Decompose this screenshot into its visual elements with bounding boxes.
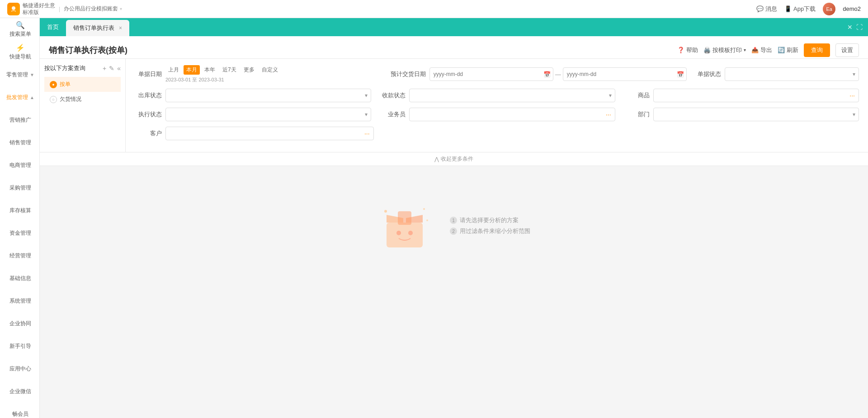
- export-icon: 📤: [751, 47, 759, 53]
- delivery-from-wrap: 📅: [429, 67, 553, 81]
- sidebar-item-finance[interactable]: 资金管理: [0, 222, 39, 244]
- empty-hint-2: 2 用过滤条件来缩小分析范围: [450, 227, 530, 235]
- receipt-status-select-wrap: [409, 89, 615, 102]
- date-pill-custom[interactable]: 自定义: [259, 65, 281, 75]
- svg-point-4: [423, 208, 425, 210]
- scheme-controls: + ✎ «: [103, 65, 121, 72]
- message-button[interactable]: 💬 消息: [756, 5, 777, 13]
- sidebar-item-operations[interactable]: 经营管理: [0, 244, 39, 267]
- status-select[interactable]: [725, 67, 859, 81]
- sidebar-item-wholesale[interactable]: 批发管理 ▲: [0, 86, 39, 109]
- app-download-icon: 📱: [784, 5, 792, 12]
- sidebar: 🔍 搜索菜单 ⚡ 快捷导航 零售管理 ▼ 批发管理 ▲ 营销推广 销售管理 电商…: [0, 18, 40, 418]
- date-pill-this-month[interactable]: 本月: [184, 65, 200, 75]
- dept-field: 部门: [623, 108, 859, 121]
- refresh-link[interactable]: 🔄 刷新: [778, 46, 798, 54]
- salesman-field: 业务员 ···: [378, 108, 615, 121]
- tab-home[interactable]: 首页: [40, 18, 66, 36]
- date-pill-this-year[interactable]: 本年: [202, 65, 218, 75]
- tab-close-icon[interactable]: ×: [119, 25, 122, 31]
- header-left: 畅捷通好生意 标准版 | 办公用品行业模拟账套 ▾: [7, 2, 122, 15]
- sidebar-item-newbie[interactable]: 新手引导: [0, 335, 39, 357]
- scheme-edit-button[interactable]: ✎: [109, 65, 114, 72]
- scheme-title: 按以下方案查询: [44, 64, 85, 72]
- print-dropdown-icon: ▾: [744, 48, 746, 52]
- search-icon: 🔍: [16, 21, 25, 29]
- delivery-from-input[interactable]: [429, 67, 553, 81]
- empty-state: 1 请先选择要分析的方案 2 用过滤条件来缩小分析范围: [40, 166, 868, 288]
- filter-row-3: 执行状态 业务员 ··· 部门: [135, 108, 859, 121]
- scheme-debt-icon: ○: [50, 96, 57, 103]
- sidebar-item-wechat[interactable]: 企业微信: [0, 380, 39, 403]
- scheme-item-press[interactable]: ● 按单: [44, 77, 121, 92]
- date-pill-last-month[interactable]: 上月: [165, 65, 182, 75]
- out-status-field: 出库状态: [135, 89, 371, 102]
- svg-rect-1: [387, 223, 423, 247]
- query-button[interactable]: 查询: [804, 43, 830, 57]
- sidebar-item-corp[interactable]: 企业协同: [0, 312, 39, 335]
- date-range-separator: —: [555, 71, 561, 78]
- delivery-to-input[interactable]: [563, 67, 687, 81]
- dept-select[interactable]: [653, 108, 859, 121]
- template-print-link[interactable]: 🖨️ 按模板打印 ▾: [703, 46, 746, 54]
- customer-picker[interactable]: ···: [165, 127, 374, 140]
- sidebar-item-purchase[interactable]: 采购管理: [0, 176, 39, 199]
- user-avatar[interactable]: Ea: [823, 3, 835, 15]
- hint-2-num: 2: [450, 228, 457, 235]
- sidebar-item-ecommerce[interactable]: 电商管理: [0, 154, 39, 176]
- goods-picker[interactable]: ···: [653, 89, 859, 102]
- out-status-select[interactable]: [165, 89, 371, 102]
- salesman-picker[interactable]: ···: [409, 108, 615, 121]
- tab-bar: 首页 销售订单执行表 × ✕ ⛶: [40, 18, 868, 36]
- page-header: 销售订单执行表(按单) ❓ 帮助 🖨️ 按模板打印 ▾ 📤 导出: [40, 36, 868, 59]
- receipt-status-field: 收款状态: [378, 89, 615, 102]
- retail-collapse-icon: ▼: [30, 72, 34, 77]
- svg-rect-2: [398, 211, 411, 225]
- collapse-bar[interactable]: ⋀ 收起更多条件: [40, 152, 868, 166]
- dept-label: 部门: [623, 110, 650, 119]
- receipt-status-label: 收款状态: [378, 91, 406, 100]
- scheme-press-icon: ●: [50, 81, 57, 88]
- logo-area: 畅捷通好生意 标准版: [7, 2, 55, 15]
- scheme-item-debt[interactable]: ○ 欠货情况: [44, 92, 121, 107]
- sidebar-item-system[interactable]: 系统管理: [0, 290, 39, 312]
- date-pill-7days[interactable]: 近7天: [220, 65, 239, 75]
- window-maximize-button[interactable]: ⛶: [856, 24, 863, 31]
- window-close-button[interactable]: ✕: [847, 24, 853, 31]
- filter-right: 单据日期 上月 本月 本年 近7天 更多 自定义 20: [126, 59, 868, 152]
- app-download-button[interactable]: 📱 App下载: [784, 5, 816, 13]
- out-status-label: 出库状态: [135, 91, 162, 100]
- help-link[interactable]: ❓ 帮助: [677, 46, 698, 54]
- exec-status-select-wrap: [165, 108, 371, 121]
- sidebar-item-quick-nav[interactable]: ⚡ 快捷导航: [0, 41, 39, 63]
- sidebar-item-search[interactable]: 🔍 搜索菜单: [0, 18, 39, 41]
- content-area: 首页 销售订单执行表 × ✕ ⛶ 销售订单执行表(按单) ❓ 帮助: [40, 18, 868, 418]
- sidebar-item-member[interactable]: 畅会员: [0, 403, 39, 418]
- collapse-bar-label: ⋀ 收起更多条件: [434, 155, 473, 163]
- date-field: 单据日期 上月 本月 本年 近7天 更多 自定义 20: [135, 65, 382, 83]
- export-link[interactable]: 📤 导出: [751, 46, 772, 54]
- delivery-date-field: 预计交货日期 📅 — 📅: [390, 67, 687, 81]
- breadcrumb-separator: |: [59, 6, 60, 12]
- sidebar-item-retail[interactable]: 零售管理 ▼: [0, 63, 39, 86]
- sidebar-item-basic[interactable]: 基础信息: [0, 267, 39, 290]
- sidebar-item-inventory[interactable]: 库存核算: [0, 199, 39, 222]
- delivery-to-wrap: 📅: [563, 67, 687, 81]
- filter-left-header: 按以下方案查询 + ✎ «: [44, 64, 121, 72]
- dept-select-wrap: [653, 108, 859, 121]
- sidebar-item-sales[interactable]: 销售管理: [0, 131, 39, 154]
- scheme-collapse-button[interactable]: «: [117, 65, 121, 72]
- user-name[interactable]: demo2: [843, 5, 861, 12]
- main-layout: 🔍 搜索菜单 ⚡ 快捷导航 零售管理 ▼ 批发管理 ▲ 营销推广 销售管理 电商…: [0, 18, 868, 418]
- settings-button[interactable]: 设置: [835, 43, 859, 57]
- receipt-status-select[interactable]: [409, 89, 615, 102]
- date-pill-more[interactable]: 更多: [241, 65, 257, 75]
- exec-status-select[interactable]: [165, 108, 371, 121]
- tab-sales-exec[interactable]: 销售订单执行表 ×: [66, 20, 129, 36]
- help-icon: ❓: [677, 47, 684, 53]
- sidebar-item-apps[interactable]: 应用中心: [0, 357, 39, 380]
- sidebar-item-marketing[interactable]: 营销推广: [0, 109, 39, 131]
- logo-text: 畅捷通好生意 标准版: [23, 2, 55, 15]
- print-icon: 🖨️: [703, 47, 711, 53]
- scheme-add-button[interactable]: +: [103, 65, 106, 72]
